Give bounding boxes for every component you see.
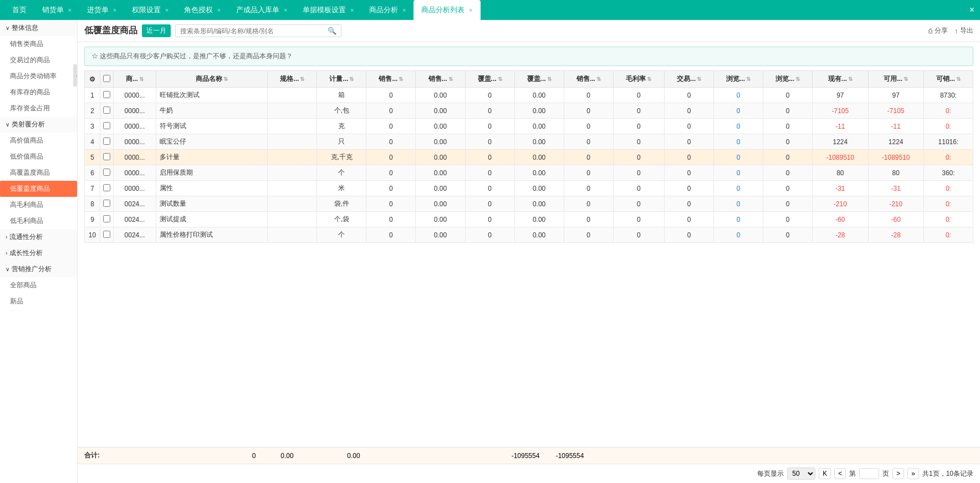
sidebar-collapse-button[interactable]: « — [73, 64, 78, 87]
last-page-button[interactable]: » — [907, 468, 919, 479]
col-coverage1[interactable]: 覆盖...⇅ — [465, 71, 514, 88]
cell-browse1[interactable]: 0 — [714, 88, 763, 103]
nav-tab-product[interactable]: 产成品入库单 × — [228, 0, 295, 20]
close-tab-purchase[interactable]: × — [113, 7, 116, 13]
col-spec[interactable]: 规格...⇅ — [268, 71, 317, 88]
close-tab-permission[interactable]: × — [165, 7, 169, 13]
close-tab-analysis-list[interactable]: × — [469, 7, 472, 13]
next-page-button[interactable]: > — [892, 468, 904, 479]
cell-browse1[interactable]: 0 — [714, 150, 763, 165]
close-tab-product[interactable]: × — [284, 7, 287, 13]
row-checkbox[interactable] — [103, 122, 110, 129]
sidebar-item-low-profit[interactable]: 低毛利商品 — [0, 213, 77, 229]
row-checkbox[interactable] — [103, 138, 110, 145]
nav-tab-analysis-list[interactable]: 商品分析列表 × — [414, 0, 480, 20]
cell-browse1[interactable]: 0 — [714, 196, 763, 212]
close-all-button[interactable]: × — [969, 5, 974, 15]
nav-tab-permission[interactable]: 权限设置 × — [124, 0, 176, 20]
cell-checkbox[interactable] — [100, 165, 114, 181]
close-tab-template[interactable]: × — [350, 7, 354, 13]
sidebar-section-overview[interactable]: ∨ 整体信息 — [0, 20, 77, 36]
row-checkbox[interactable] — [103, 184, 110, 191]
search-input[interactable] — [180, 27, 328, 35]
cell-checkbox[interactable] — [100, 212, 114, 227]
sidebar-item-category-rate[interactable]: 商品分类动销率 — [0, 68, 77, 84]
cell-checkbox[interactable] — [100, 196, 114, 212]
col-available[interactable]: 可用...⇅ — [868, 71, 923, 88]
row-checkbox[interactable] — [103, 106, 110, 114]
cell-sales-amt: 0.00 — [416, 88, 465, 103]
nav-tab-purchase[interactable]: 进货单 × — [79, 0, 124, 20]
col-current[interactable]: 现有...⇅ — [813, 71, 868, 88]
sidebar-item-all-goods[interactable]: 全部商品 — [0, 277, 77, 293]
cell-checkbox[interactable] — [100, 181, 114, 196]
col-name[interactable]: 商品名称⇅ — [156, 71, 268, 88]
cell-checkbox[interactable] — [100, 150, 114, 165]
col-sales3[interactable]: 销售...⇅ — [564, 71, 613, 88]
sidebar-item-new-goods[interactable]: 新品 — [0, 293, 77, 309]
col-unit[interactable]: 计量...⇅ — [317, 71, 366, 88]
cell-browse1[interactable]: 0 — [714, 103, 763, 119]
col-browse2[interactable]: 浏览...⇅ — [763, 71, 813, 88]
row-checkbox[interactable] — [103, 91, 110, 98]
close-tab-role[interactable]: × — [217, 7, 221, 13]
sidebar-item-high-coverage[interactable]: 高覆盖度商品 — [0, 165, 77, 181]
sidebar-item-sales-goods[interactable]: 销售类商品 — [0, 36, 77, 52]
row-checkbox[interactable] — [103, 215, 110, 222]
cell-browse1[interactable]: 0 — [714, 181, 763, 196]
col-gross-margin[interactable]: 毛利率⇅ — [613, 71, 664, 88]
cell-browse1[interactable]: 0 — [714, 212, 763, 227]
nav-tab-home[interactable]: 首页 — [4, 0, 34, 20]
share-button[interactable]: ⎙ 分享 — [928, 26, 948, 35]
col-checkbox[interactable] — [100, 71, 114, 88]
sidebar-item-high-value[interactable]: 高价值商品 — [0, 133, 77, 149]
cell-browse2: 0 — [763, 103, 813, 119]
close-tab-sales[interactable]: × — [68, 7, 72, 13]
sidebar-section-growth[interactable]: › 成长性分析 — [0, 245, 77, 261]
cell-spec — [268, 227, 317, 243]
row-checkbox[interactable] — [103, 169, 110, 176]
sidebar-item-low-coverage[interactable]: 低覆盖度商品 — [0, 181, 77, 197]
sidebar-section-flow[interactable]: › 流通性分析 — [0, 229, 77, 245]
nav-tab-sales[interactable]: 销货单 × — [34, 0, 79, 20]
nav-tab-role[interactable]: 角色授权 × — [176, 0, 228, 20]
nav-tab-analysis[interactable]: 商品分析 × — [361, 0, 414, 20]
prev-page-button[interactable]: < — [834, 468, 846, 479]
cell-checkbox[interactable] — [100, 103, 114, 119]
select-all-checkbox[interactable] — [103, 75, 110, 82]
cell-checkbox[interactable] — [100, 227, 114, 243]
col-sales-amt[interactable]: 销售...⇅ — [416, 71, 465, 88]
cell-browse1[interactable]: 0 — [714, 134, 763, 150]
col-code[interactable]: 商...⇅ — [114, 71, 156, 88]
row-checkbox[interactable] — [103, 231, 110, 238]
sidebar-item-high-profit[interactable]: 高毛利商品 — [0, 197, 77, 213]
cell-browse1[interactable]: 0 — [714, 165, 763, 181]
sidebar-item-stocked-goods[interactable]: 有库存的商品 — [0, 84, 77, 100]
sidebar-section-coverage[interactable]: ∨ 类射覆分析 — [0, 116, 77, 133]
cell-checkbox[interactable] — [100, 88, 114, 103]
col-coverage2[interactable]: 覆盖...⇅ — [514, 71, 564, 88]
col-settings[interactable]: ⚙ — [85, 71, 100, 88]
close-tab-analysis[interactable]: × — [402, 7, 406, 13]
per-page-select[interactable]: 50 20 100 — [787, 467, 815, 480]
col-browse1[interactable]: 浏览...⇅ — [714, 71, 763, 88]
sidebar-section-marketing[interactable]: ∨ 营销推广分析 — [0, 261, 77, 277]
page-input[interactable]: 1 — [859, 468, 879, 479]
col-transaction[interactable]: 交易...⇅ — [665, 71, 714, 88]
sidebar-item-stock-capital[interactable]: 库存资金占用 — [0, 100, 77, 116]
cell-browse1[interactable]: 0 — [714, 119, 763, 134]
export-button[interactable]: ↑ 导出 — [955, 26, 973, 35]
sidebar-item-traded-goods[interactable]: 交易过的商品 — [0, 52, 77, 68]
row-checkbox[interactable] — [103, 200, 110, 207]
search-icon[interactable]: 🔍 — [328, 27, 336, 35]
nav-tab-template[interactable]: 单据模板设置 × — [295, 0, 361, 20]
cell-checkbox[interactable] — [100, 119, 114, 134]
row-checkbox[interactable] — [103, 153, 110, 160]
cell-checkbox[interactable] — [100, 134, 114, 150]
first-page-button[interactable]: K — [819, 468, 831, 479]
col-sales-qty[interactable]: 销售...⇅ — [366, 71, 416, 88]
col-saleable[interactable]: 可销...⇅ — [923, 71, 973, 88]
cell-browse1[interactable]: 0 — [714, 227, 763, 243]
time-filter-button[interactable]: 近一月 — [142, 24, 171, 37]
sidebar-item-low-value[interactable]: 低价值商品 — [0, 149, 77, 165]
